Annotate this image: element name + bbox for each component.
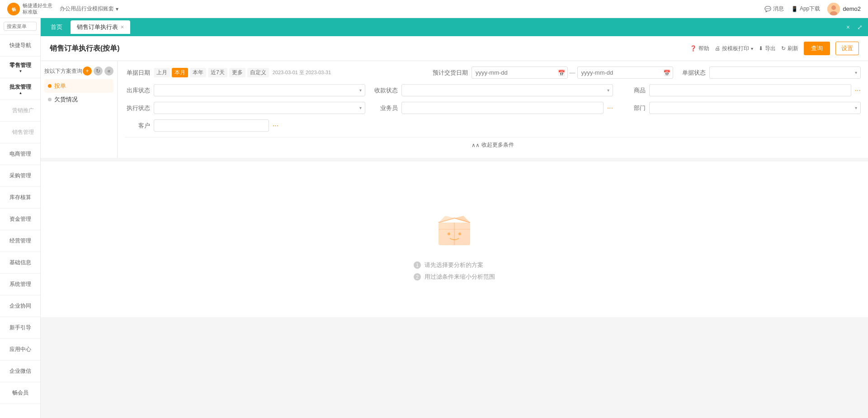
tab-close-icon[interactable]: ×: [121, 24, 124, 30]
sidebar-item-purchase[interactable]: 采购管理: [0, 165, 40, 187]
sidebar-item-ecommerce[interactable]: 电商管理: [0, 143, 40, 165]
breadcrumb-arrow: ▾: [116, 6, 118, 12]
export-icon: ⬇: [759, 45, 763, 52]
order-status-select[interactable]: [709, 66, 861, 79]
filter-by-debt[interactable]: 欠货情况: [44, 93, 113, 106]
export-label: 导出: [765, 45, 776, 52]
logo-icon: 畅: [7, 3, 20, 15]
search-input[interactable]: [4, 22, 37, 31]
sidebar-item-inventory[interactable]: 库存核算: [0, 187, 40, 209]
tip-text-2: 用过滤条件来缩小分析范围: [425, 273, 495, 281]
sidebar-item-sales[interactable]: 销售管理: [0, 122, 40, 143]
date-start-input[interactable]: [472, 66, 568, 79]
date-tag-more[interactable]: 更多: [229, 68, 245, 77]
window-expand-btn[interactable]: ⤢: [855, 23, 864, 32]
filter-row-1: 单据日期 上月 本月 本年 近7天 更多 自定义 2023-03-01 至 20…: [125, 66, 861, 79]
date-tag-this-year[interactable]: 本年: [190, 68, 206, 77]
filter-area: 按以下方案查询 + ↻ « 按单 欠货情况: [41, 61, 868, 158]
date-tag-7days[interactable]: 近7天: [208, 68, 227, 77]
sidebar-item-member[interactable]: 畅会员: [0, 382, 40, 404]
sidebar-item-label: 基础信息: [9, 259, 31, 266]
tab-home-label: 首页: [51, 23, 62, 31]
sidebar-item-finance[interactable]: 资金管理: [0, 209, 40, 230]
salesperson-input[interactable]: [401, 102, 604, 114]
settings-button[interactable]: 设置: [835, 42, 859, 55]
collapse-arrow-icon: ∧∧: [472, 142, 480, 148]
department-select[interactable]: [649, 102, 861, 114]
sidebar-item-label: 批发管理: [9, 83, 31, 91]
collapse-btn[interactable]: ∧∧ 收起更多条件: [125, 137, 861, 152]
receipt-status-select-wrapper: ▾: [401, 84, 613, 96]
sidebar-item-label: 资金管理: [9, 215, 31, 223]
header-left: 畅 畅捷通好生意 标准版 办公用品行业模拟账套 ▾: [7, 3, 118, 15]
sidebar-item-quick-nav[interactable]: 快捷导航: [0, 35, 40, 57]
refresh-icon: ↻: [781, 45, 786, 52]
tip-text-1: 请先选择要分析的方案: [425, 261, 483, 269]
customer-more-icon[interactable]: ···: [273, 122, 278, 130]
sidebar-item-marketing[interactable]: 营销推广: [0, 100, 40, 122]
sidebar-item-enterprise[interactable]: 企业协同: [0, 295, 40, 317]
product-more-icon[interactable]: ···: [855, 86, 861, 95]
sidebar-item-label: 企业微信: [9, 367, 31, 375]
product-input[interactable]: [649, 84, 851, 96]
date-tag-last-month[interactable]: 上月: [154, 68, 170, 77]
tab-home[interactable]: 首页: [44, 20, 69, 34]
sidebar-item-app-center[interactable]: 应用中心: [0, 339, 40, 361]
date-tag-this-month[interactable]: 本月: [172, 68, 188, 77]
department-label: 部门: [620, 104, 646, 112]
filter-by-order[interactable]: 按单: [44, 79, 113, 93]
delivery-status-select[interactable]: [154, 84, 365, 96]
delivery-status-label: 出库状态: [125, 86, 150, 95]
exec-status-select[interactable]: [154, 102, 365, 114]
inactive-dot: [48, 98, 52, 101]
sidebar-item-label: 零售管理: [9, 62, 31, 69]
sidebar-item-label: 电商管理: [9, 150, 31, 158]
breadcrumb-text: 办公用品行业模拟账套: [60, 5, 114, 13]
collapse-filter-sidebar-btn[interactable]: «: [104, 66, 113, 76]
refresh-btn[interactable]: ↻ 刷新: [781, 45, 798, 52]
order-status-field: 单据状态 ▾: [680, 66, 861, 79]
refresh-filter-btn[interactable]: ↻: [94, 66, 103, 76]
header-right: 💬 消息 📱 App下载 demo2: [764, 3, 861, 15]
sidebar-item-label: 库存核算: [9, 194, 31, 201]
receipt-status-select[interactable]: [401, 84, 613, 96]
print-icon: 🖨: [715, 45, 720, 52]
sidebar-item-label: 企业协同: [9, 302, 31, 310]
exec-status-field: 执行状态 ▾: [125, 102, 365, 114]
help-btn[interactable]: ❓ 帮助: [690, 45, 709, 52]
date-tags: 上月 本月 本年 近7天 更多 自定义: [154, 68, 269, 77]
tab-sales-order[interactable]: 销售订单执行表 ×: [71, 20, 130, 34]
date-label: 单据日期: [125, 69, 150, 77]
sidebar-item-basic[interactable]: 基础信息: [0, 252, 40, 274]
help-icon: ❓: [690, 45, 697, 52]
template-print-btn[interactable]: 🖨 按模板打印 ▾: [715, 45, 753, 52]
query-button[interactable]: 查询: [804, 42, 830, 55]
filter-row-2: 出库状态 ▾ 收款状态: [125, 84, 861, 96]
user-avatar-area[interactable]: demo2: [827, 3, 861, 15]
salesperson-more-icon[interactable]: ···: [607, 104, 613, 112]
export-btn[interactable]: ⬇ 导出: [759, 45, 776, 52]
sidebar-item-newbie[interactable]: 新手引导: [0, 317, 40, 339]
customer-field: 客户 ···: [125, 119, 278, 132]
receipt-status-field: 收款状态 ▾: [373, 84, 613, 96]
empty-state: 1 请先选择要分析的方案 2 用过滤条件来缩小分析范围: [41, 162, 868, 317]
date-tag-custom[interactable]: 自定义: [247, 68, 269, 77]
sidebar-item-system[interactable]: 系统管理: [0, 274, 40, 295]
message-btn[interactable]: 💬 消息: [764, 5, 784, 13]
sidebar-item-wechat[interactable]: 企业微信: [0, 361, 40, 382]
print-dropdown-icon: ▾: [751, 46, 753, 51]
breadcrumb[interactable]: 办公用品行业模拟账套 ▾: [60, 5, 118, 13]
app-download-btn[interactable]: 📱 App下载: [791, 5, 820, 13]
window-close-btn[interactable]: ×: [844, 23, 852, 32]
tip-number-2: 2: [414, 273, 421, 280]
sidebar-item-wholesale[interactable]: 批发管理: [0, 78, 40, 100]
main-layout: 快捷导航 零售管理 批发管理 营销推广 销售管理 电商管理 采购管理 库存核算 …: [0, 18, 868, 418]
app-download-icon: 📱: [791, 6, 798, 12]
add-filter-btn[interactable]: +: [83, 66, 92, 76]
customer-input[interactable]: [154, 119, 269, 132]
date-end-input[interactable]: [577, 66, 674, 79]
sidebar-item-operation[interactable]: 经营管理: [0, 230, 40, 252]
sidebar-item-retail[interactable]: 零售管理: [0, 57, 40, 78]
sidebar-item-label: 新手引导: [9, 324, 31, 332]
empty-tip-1: 1 请先选择要分析的方案: [414, 261, 495, 269]
